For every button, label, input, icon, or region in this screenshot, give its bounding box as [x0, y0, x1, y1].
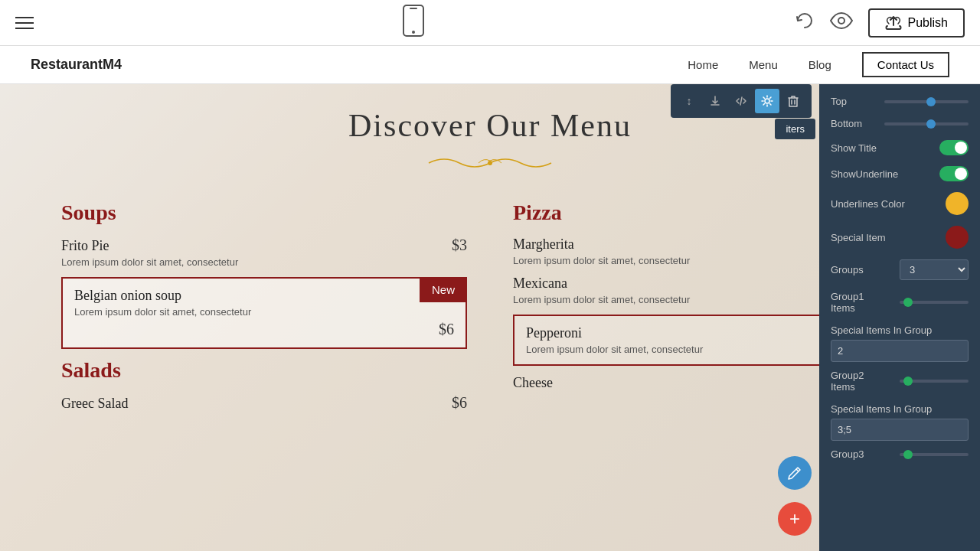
group1-items-slider[interactable] [900, 301, 969, 304]
group3-thumb[interactable] [903, 450, 913, 459]
show-title-toggle[interactable] [939, 140, 969, 155]
panel-label-group2-items: Group2Items [831, 370, 864, 393]
item-header: Greec Salad $6 [61, 394, 467, 412]
toolbar-delete-icon[interactable] [781, 89, 805, 113]
bottom-slider-track[interactable] [884, 122, 969, 126]
panel-row-group2-items: Group2Items [831, 370, 969, 393]
top-bar-center [403, 5, 424, 41]
special-item-color-picker[interactable] [946, 226, 969, 249]
fab-add-button[interactable]: + [778, 502, 812, 536]
special-item-box: New Belgian onion soup Lorem ipsum dolor… [61, 277, 467, 349]
mobile-preview-icon [403, 5, 424, 41]
menu-left-column: Soups Frito Pie $3 Lorem ipsum dolor sit… [61, 201, 467, 421]
show-underline-toggle-knob [955, 168, 967, 180]
nav-menu[interactable]: Menu [749, 58, 778, 71]
group2-special-input[interactable] [831, 419, 969, 441]
panel-row-bottom: Bottom [831, 118, 969, 129]
menu-grid: Soups Frito Pie $3 Lorem ipsum dolor sit… [61, 201, 919, 421]
fab-add-icon: + [789, 508, 800, 530]
panel-row-show-title: Show Title [831, 140, 969, 155]
panel-row-group2-special: Special Items In Group [831, 403, 969, 441]
group1-special-input[interactable] [831, 340, 969, 362]
preview-eye-icon[interactable] [830, 12, 853, 33]
svg-point-4 [765, 99, 769, 103]
bottom-slider-thumb[interactable] [926, 119, 936, 129]
panel-row-group1-special: Special Items In Group [831, 324, 969, 362]
panel-row-group1-items: Group1Items [831, 291, 969, 314]
top-slider-track[interactable] [884, 100, 969, 103]
site-logo: RestaurantM4 [31, 57, 122, 73]
menu-divider-ornament [61, 152, 919, 178]
parameters-area: iters [775, 119, 815, 139]
panel-row-top: Top [831, 96, 969, 107]
fab-edit-button[interactable] [778, 456, 812, 490]
item-name: Frito Pie [61, 238, 109, 254]
panel-row-special-item: Special Item [831, 226, 969, 249]
toolbar-move-icon[interactable]: ↕ [677, 89, 701, 113]
publish-label: Publish [908, 16, 948, 30]
group3-slider[interactable] [900, 453, 969, 456]
toolbar-settings-icon[interactable] [755, 89, 779, 113]
salads-title: Salads [61, 358, 467, 383]
nav-blog[interactable]: Blog [808, 58, 831, 71]
group2-items-thumb[interactable] [903, 377, 913, 386]
soups-title: Soups [61, 201, 467, 225]
item-price: $3 [452, 236, 467, 254]
show-underline-toggle[interactable] [939, 166, 969, 181]
panel-row-groups: Groups 3 1 2 4 5 [831, 259, 969, 280]
underlines-color-picker[interactable] [946, 192, 969, 215]
top-bar-left [15, 17, 34, 29]
toolbar-code-icon[interactable] [729, 89, 753, 113]
panel-label-group2-special: Special Items In Group [831, 403, 969, 415]
panel-label-show-title: Show Title [831, 142, 877, 154]
groups-select[interactable]: 3 1 2 4 5 [900, 259, 969, 280]
nav-contact-button[interactable]: Contact Us [862, 52, 949, 77]
panel-row-show-underline: ShowUnderline [831, 166, 969, 181]
item-name: Belgian onion soup [74, 288, 454, 304]
top-slider-thumb[interactable] [926, 97, 936, 106]
nav-home[interactable]: Home [688, 58, 718, 71]
hamburger-menu-icon[interactable] [15, 17, 34, 29]
panel-label-group1-special: Special Items In Group [831, 324, 969, 336]
item-header: Frito Pie $3 [61, 236, 467, 254]
item-price: $6 [452, 394, 467, 412]
panel-label-group1-items: Group1Items [831, 291, 864, 314]
toolbar-download-icon[interactable] [703, 89, 727, 113]
panel-label-top: Top [831, 96, 847, 107]
site-header: RestaurantM4 Home Menu Blog Contact Us [0, 46, 980, 84]
widget-toolbar: ↕ [671, 84, 812, 118]
panel-label-bottom: Bottom [831, 118, 862, 129]
settings-panel: Top Bottom Show Title ShowUnderline Unde… [819, 84, 980, 551]
item-desc: Lorem ipsum dolor sit amet, consectetur [61, 256, 467, 268]
panel-row-underlines-color: Underlines Color [831, 192, 969, 215]
panel-row-group3: Group3 [831, 448, 969, 460]
group2-items-slider[interactable] [900, 380, 969, 383]
top-bar-right: Publish [793, 8, 965, 37]
undo-icon[interactable] [793, 10, 815, 35]
show-title-toggle-knob [955, 142, 967, 154]
panel-label-special-item: Special Item [831, 232, 886, 243]
panel-label-underlines-color: Underlines Color [831, 198, 905, 210]
svg-point-1 [412, 31, 415, 34]
item-name: Greec Salad [61, 396, 128, 412]
panel-label-show-underline: ShowUnderline [831, 168, 898, 180]
list-item: Greec Salad $6 [61, 394, 467, 412]
new-badge: New [420, 277, 467, 302]
panel-label-groups: Groups [831, 264, 864, 276]
parameters-button[interactable]: iters [775, 119, 815, 139]
panel-label-group3: Group3 [831, 448, 864, 460]
svg-point-5 [488, 161, 492, 165]
top-bar: Publish [0, 0, 980, 46]
group1-items-thumb[interactable] [903, 298, 913, 307]
item-price: $6 [439, 321, 454, 337]
svg-point-3 [838, 18, 844, 24]
list-item: Frito Pie $3 Lorem ipsum dolor sit amet,… [61, 236, 467, 268]
item-desc: Lorem ipsum dolor sit amet, consectetur [74, 306, 454, 318]
publish-button[interactable]: Publish [868, 8, 965, 37]
site-nav: Home Menu Blog Contact Us [688, 52, 949, 77]
